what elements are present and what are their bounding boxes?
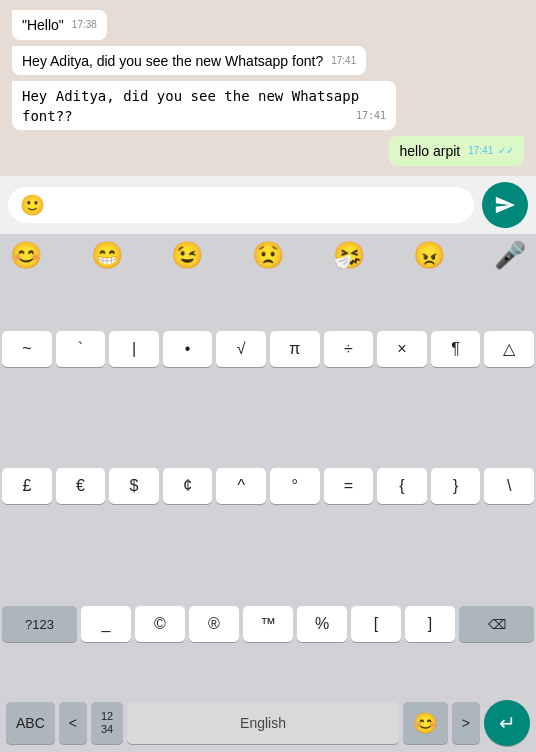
input-field-wrap: 🙂 — [8, 187, 474, 223]
enter-key[interactable]: ↵ — [484, 700, 530, 746]
key-row2-0[interactable]: £ — [2, 468, 52, 504]
key-sym-7[interactable]: × — [377, 331, 427, 367]
chat-message-msg2: Hey Aditya, did you see the new Whatsapp… — [12, 46, 366, 76]
keyboard-row-1: ~`|•√π÷×¶△ — [2, 281, 534, 417]
send-icon — [494, 194, 516, 216]
message-time: 17:41 — [331, 54, 356, 68]
emoji-key-1[interactable]: 😁 — [91, 240, 123, 271]
key-row2-3[interactable]: ¢ — [163, 468, 213, 504]
send-button[interactable] — [482, 182, 528, 228]
emoji-row: 😊😁😉😟🤧😠🎤 — [0, 234, 536, 277]
backspace-key[interactable]: ⌫ — [459, 606, 534, 642]
key-row2-4[interactable]: ^ — [216, 468, 266, 504]
key-sym-9[interactable]: △ — [484, 331, 534, 367]
message-time: 17:38 — [72, 18, 97, 32]
key-row3-0[interactable]: _ — [81, 606, 131, 642]
chat-message-msg1: "Hello" 17:38 — [12, 10, 107, 40]
chat-message-msg3: Hey Aditya, did you see the new Whatsapp… — [12, 81, 396, 130]
language-key[interactable]: English — [127, 702, 399, 744]
microphone-icon[interactable]: 🎤 — [494, 240, 526, 271]
key-sym-1[interactable]: ` — [56, 331, 106, 367]
key-row2-1[interactable]: € — [56, 468, 106, 504]
emoji-key-5[interactable]: 😠 — [413, 240, 445, 271]
key-sym-2[interactable]: | — [109, 331, 159, 367]
key-sym-0[interactable]: ~ — [2, 331, 52, 367]
key-row3-3[interactable]: ™ — [243, 606, 293, 642]
emoji-key-2[interactable]: 😉 — [171, 240, 203, 271]
emoji-keyboard-key[interactable]: 😊 — [403, 702, 448, 744]
key-row2-5[interactable]: ° — [270, 468, 320, 504]
emoji-key-3[interactable]: 😟 — [252, 240, 284, 271]
key-row3-5[interactable]: [ — [351, 606, 401, 642]
less-than-key[interactable]: < — [59, 702, 87, 744]
key-row2-9[interactable]: \ — [484, 468, 534, 504]
chat-message-msg4: hello arpit 17:41 ✓✓ — [389, 136, 524, 166]
chat-area: "Hello" 17:38Hey Aditya, did you see the… — [0, 0, 536, 176]
key-row3-1[interactable]: © — [135, 606, 185, 642]
key-numbers-toggle[interactable]: ?123 — [2, 606, 77, 642]
keyboard-row-2: £€$¢^°={}\ — [2, 419, 534, 555]
input-bar: 🙂 — [0, 176, 536, 234]
key-sym-5[interactable]: π — [270, 331, 320, 367]
keyboard-row-3: ?123_©®™%[]⌫ — [2, 556, 534, 692]
message-time: 17:41 ✓✓ — [468, 144, 514, 158]
numbers-key[interactable]: 12 34 — [91, 702, 123, 744]
message-ticks: ✓✓ — [495, 145, 514, 156]
key-row2-8[interactable]: } — [431, 468, 481, 504]
key-sym-4[interactable]: √ — [216, 331, 266, 367]
emoji-key-4[interactable]: 🤧 — [333, 240, 365, 271]
emoji-key-0[interactable]: 😊 — [10, 240, 42, 271]
key-row2-7[interactable]: { — [377, 468, 427, 504]
key-sym-3[interactable]: • — [163, 331, 213, 367]
key-row2-6[interactable]: = — [324, 468, 374, 504]
abc-key[interactable]: ABC — [6, 702, 55, 744]
key-row3-6[interactable]: ] — [405, 606, 455, 642]
emoji-picker-icon[interactable]: 🙂 — [20, 193, 45, 217]
message-time: 17:41 — [356, 109, 386, 123]
bottom-bar: ABC<12 34English😊>↵ — [0, 696, 536, 752]
greater-than-key[interactable]: > — [452, 702, 480, 744]
key-row2-2[interactable]: $ — [109, 468, 159, 504]
keyboard: ~`|•√π÷×¶△ £€$¢^°={}\ ?123_©®™%[]⌫ — [0, 277, 536, 696]
key-row3-2[interactable]: ® — [189, 606, 239, 642]
key-sym-8[interactable]: ¶ — [431, 331, 481, 367]
key-row3-4[interactable]: % — [297, 606, 347, 642]
key-sym-6[interactable]: ÷ — [324, 331, 374, 367]
